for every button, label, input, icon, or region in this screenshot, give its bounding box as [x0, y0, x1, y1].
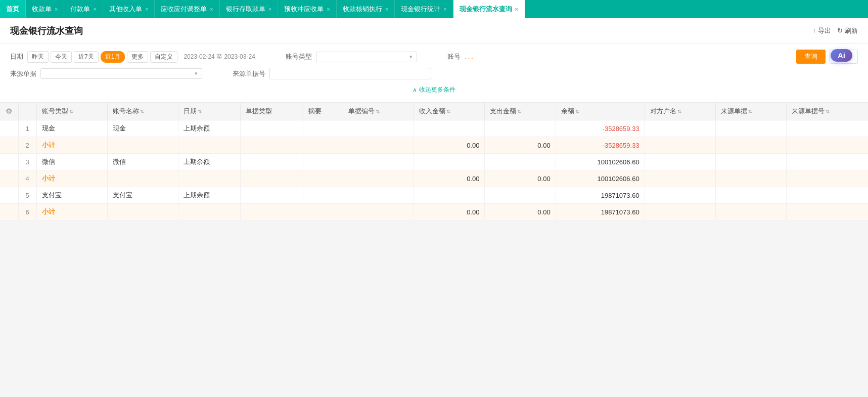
nav-item-bank-deposit[interactable]: 银行存取款单 ×	[220, 0, 278, 18]
date-filter-group: 日期 昨天 今天 近7天 近1月 更多 自定义 2023-02-24 至 202…	[10, 51, 255, 63]
row-doc-type-0	[241, 120, 303, 137]
row-expense-5: 0.00	[485, 204, 556, 220]
date-btn-custom[interactable]: 自定义	[150, 51, 177, 63]
table-row[interactable]: 4 小计 0.00 0.00 100102606.60	[0, 170, 868, 187]
nav-advance-offset-close[interactable]: ×	[327, 6, 330, 12]
export-button[interactable]: ↑ 导出	[813, 26, 832, 35]
nav-other-income-close[interactable]: ×	[145, 6, 148, 12]
row-source-doc-no-5	[787, 204, 868, 220]
nav-item-payment[interactable]: 付款单 ×	[64, 0, 103, 18]
nav-item-cash-bank-stat[interactable]: 现金银行统计 ×	[395, 0, 453, 18]
row-doc-type-1	[241, 137, 303, 154]
nav-item-ap-adjust[interactable]: 应收应付调整单 ×	[155, 0, 219, 18]
account-type-filter-group: 账号类型 ▾	[286, 52, 417, 62]
nav-bank-deposit-close[interactable]: ×	[268, 6, 271, 12]
row-account-type-0: 现金	[36, 120, 107, 137]
th-expense[interactable]: 支出金额⇅	[485, 103, 556, 120]
row-income-4	[414, 187, 485, 204]
row-date-1	[178, 137, 240, 154]
row-num-1: 2	[18, 137, 36, 154]
row-balance-0: -3528659.33	[556, 120, 645, 137]
date-btn-today[interactable]: 今天	[51, 51, 72, 63]
page-header: 现金银行流水查询 ↑ 导出 ↻ 刷新	[0, 18, 868, 43]
row-date-2: 上期余额	[178, 154, 240, 170]
nav-item-collection-exec[interactable]: 收款核销执行 ×	[337, 0, 395, 18]
nav-item-receipt[interactable]: 收款单 ×	[26, 0, 64, 18]
table-row[interactable]: 2 小计 0.00 0.00 -3528659.33	[0, 137, 868, 154]
th-income[interactable]: 收入金额⇅	[414, 103, 485, 120]
table-row[interactable]: 6 小计 0.00 0.00 19871073.60	[0, 204, 868, 220]
row-date-3	[178, 170, 240, 187]
nav-ap-adjust-close[interactable]: ×	[210, 6, 213, 12]
row-doc-type-4	[241, 187, 303, 204]
nav-collection-exec-close[interactable]: ×	[385, 6, 388, 12]
sort-account-type-icon: ⇅	[69, 109, 73, 114]
th-doc-no[interactable]: 单据编号⇅	[343, 103, 414, 120]
table-row[interactable]: 3 微信 微信 上期余额 100102606.60	[0, 154, 868, 170]
row-balance-4: 19871073.60	[556, 187, 645, 204]
nav-home-label: 首页	[6, 5, 19, 14]
table-row[interactable]: 1 现金 现金 上期余额 -3528659.33	[0, 120, 868, 137]
row-income-2	[414, 154, 485, 170]
page-title: 现金银行流水查询	[10, 25, 83, 37]
gear-icon: ⚙	[6, 107, 12, 115]
date-label: 日期	[10, 52, 23, 61]
nav-payment-close[interactable]: ×	[93, 6, 96, 12]
sort-source-doc-no-icon: ⇅	[826, 109, 830, 114]
th-gear[interactable]: ⚙	[0, 103, 18, 120]
row-source-doc-no-1	[787, 137, 868, 154]
account-dots[interactable]: ...	[465, 52, 474, 61]
th-counterpart[interactable]: 对方户名⇅	[645, 103, 715, 120]
table-row[interactable]: 5 支付宝 支付宝 上期余额 19871073.60	[0, 187, 868, 204]
refresh-label: 刷新	[845, 26, 858, 35]
th-source-doc[interactable]: 来源单据⇅	[715, 103, 786, 120]
row-gear-2	[0, 154, 18, 170]
source-doc-select[interactable]: ▾	[40, 68, 202, 79]
nav-item-other-income[interactable]: 其他收入单 ×	[103, 0, 155, 18]
row-account-type-4: 支付宝	[36, 187, 107, 204]
export-icon: ↑	[813, 27, 816, 34]
source-doc-no-filter-group: 来源单据号	[233, 68, 431, 79]
source-doc-no-input[interactable]	[269, 68, 431, 79]
row-summary-0	[303, 120, 343, 137]
nav-cash-bank-flow-close[interactable]: ×	[515, 6, 518, 12]
refresh-button[interactable]: ↻ 刷新	[837, 26, 858, 35]
th-balance[interactable]: 余额⇅	[556, 103, 645, 120]
row-expense-4	[485, 187, 556, 204]
row-account-name-0: 现金	[107, 120, 178, 137]
row-gear-3	[0, 170, 18, 187]
nav-item-home[interactable]: 首页	[0, 0, 26, 18]
date-btn-yesterday[interactable]: 昨天	[27, 51, 49, 63]
collapse-bar[interactable]: ∧ 收起更多条件	[10, 83, 858, 96]
th-date[interactable]: 日期⇅	[178, 103, 240, 120]
th-source-doc-no[interactable]: 来源单据号⇅	[787, 103, 868, 120]
date-btn-1month[interactable]: 近1月	[101, 51, 125, 63]
row-income-3: 0.00	[414, 170, 485, 187]
row-counterpart-2	[645, 154, 715, 170]
nav-cash-bank-stat-label: 现金银行统计	[401, 5, 440, 14]
th-account-name[interactable]: 账号名称⇅	[107, 103, 178, 120]
date-btn-7days[interactable]: 近7天	[74, 51, 99, 63]
row-income-0	[414, 120, 485, 137]
row-account-type-5: 小计	[36, 204, 107, 220]
row-doc-no-0	[343, 120, 414, 137]
th-num	[18, 103, 36, 120]
ai-badge[interactable]: Ai	[831, 49, 852, 62]
account-type-select[interactable]: ▾	[316, 52, 417, 62]
row-expense-0	[485, 120, 556, 137]
nav-item-cash-bank-flow[interactable]: 现金银行流水查询 ×	[453, 0, 525, 18]
query-button[interactable]: 查询	[796, 50, 826, 64]
row-income-1: 0.00	[414, 137, 485, 154]
row-doc-no-2	[343, 154, 414, 170]
nav-item-advance-offset[interactable]: 预收冲应收单 ×	[278, 0, 336, 18]
sort-doc-no-icon: ⇅	[376, 109, 380, 114]
nav-cash-bank-stat-close[interactable]: ×	[443, 6, 446, 12]
date-btn-more[interactable]: 更多	[127, 51, 148, 63]
row-date-0: 上期余额	[178, 120, 240, 137]
nav-receipt-close[interactable]: ×	[55, 6, 58, 12]
top-navigation: 首页 收款单 × 付款单 × 其他收入单 × 应收应付调整单 × 银行存取款单 …	[0, 0, 868, 18]
row-source-doc-no-4	[787, 187, 868, 204]
row-num-5: 6	[18, 204, 36, 220]
th-account-type[interactable]: 账号类型⇅	[36, 103, 107, 120]
header-actions: ↑ 导出 ↻ 刷新	[813, 26, 858, 35]
